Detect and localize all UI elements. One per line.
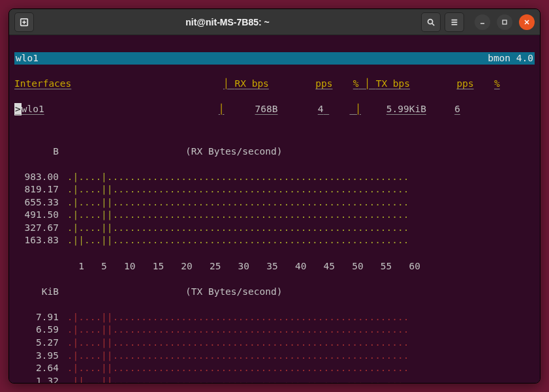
interface-row[interactable]: >wlo1│768B4 │5.99KiB6 xyxy=(14,103,535,116)
selected-interface: wlo1 xyxy=(16,52,39,65)
row-tx-pps: 6 xyxy=(426,103,460,116)
chart-row-data: .|....||................................… xyxy=(61,362,535,375)
search-button[interactable] xyxy=(421,12,441,32)
svg-rect-9 xyxy=(503,20,507,24)
chart-row-data: .|....||................................… xyxy=(61,222,535,235)
chart-row-data: .|....||................................… xyxy=(61,324,535,337)
tx-chart: 7.91 .|....||...........................… xyxy=(14,311,535,384)
rx-title: (RX Bytes/second) xyxy=(61,145,282,158)
chart-row-data: .|....||................................… xyxy=(61,337,535,350)
row-rx-pps: 4 xyxy=(277,103,323,116)
y-label: 655.33 xyxy=(14,196,61,209)
hdr-tx-pct: % xyxy=(474,78,500,91)
bmon-output: wlo1bmon 4.0 Interfaces│ RX bpspps% │ TX… xyxy=(14,39,535,384)
hdr-tx-bps: TX bps xyxy=(376,78,428,91)
chart-row-data: .||...||................................… xyxy=(61,234,535,247)
app-version: bmon 4.0 xyxy=(488,52,533,65)
tx-title: (TX Bytes/second) xyxy=(61,286,282,299)
hdr-interfaces: Interfaces xyxy=(14,78,223,91)
y-label: 327.67 xyxy=(14,222,61,235)
window-title: nit@nit-MS-7B85: ~ xyxy=(185,17,269,27)
hdr-tx-pps: pps xyxy=(428,78,474,91)
chart-row-data: .|....|.................................… xyxy=(61,171,535,184)
y-label: 2.64 xyxy=(14,362,61,375)
close-button[interactable] xyxy=(519,14,535,30)
chart-row-data: .|....||................................… xyxy=(61,196,535,209)
hdr-rx-pps: pps xyxy=(287,78,332,91)
chart-row-data: .||...||................................… xyxy=(61,375,535,384)
column-headers: Interfaces│ RX bpspps% │ TX bpspps% xyxy=(14,78,535,91)
minimize-button[interactable] xyxy=(475,14,490,30)
y-label: 1.32 xyxy=(14,375,61,384)
y-label: 491.50 xyxy=(14,209,61,222)
hdr-rx-pct: % xyxy=(332,78,358,91)
row-marker: > xyxy=(14,103,22,116)
rx-unit: B xyxy=(14,145,61,158)
y-label: 163.83 xyxy=(14,234,61,247)
y-label: 819.17 xyxy=(14,183,61,196)
titlebar: nit@nit-MS-7B85: ~ xyxy=(9,9,540,35)
terminal-window: nit@nit-MS-7B85: ~ wlo1bmon 4.0 Interfac… xyxy=(8,8,541,384)
chart-row-data: .|....||................................… xyxy=(61,311,535,324)
bmon-topbar: wlo1bmon 4.0 xyxy=(14,52,535,65)
y-label: 7.91 xyxy=(14,311,61,324)
y-label: 5.27 xyxy=(14,337,61,350)
y-label: 3.95 xyxy=(14,350,61,363)
svg-point-3 xyxy=(428,19,433,23)
y-label: 6.59 xyxy=(14,324,61,337)
new-tab-button[interactable] xyxy=(14,12,34,32)
maximize-button[interactable] xyxy=(497,14,512,30)
menu-button[interactable] xyxy=(445,12,464,32)
tx-unit: KiB xyxy=(14,286,61,299)
rx-xticks: 1 5 10 15 20 25 30 35 40 45 50 55 60 xyxy=(14,260,535,273)
row-rx-bps: 768B xyxy=(224,103,277,116)
y-label: 983.00 xyxy=(14,171,61,184)
chart-row-data: .|....||................................… xyxy=(61,350,535,363)
chart-row-data: .|....||................................… xyxy=(61,183,535,196)
row-tx-bps: 5.99KiB xyxy=(361,103,426,116)
hdr-rx-bps: RX bps xyxy=(234,78,287,91)
svg-line-4 xyxy=(432,23,435,25)
row-name: wlo1 xyxy=(22,103,219,116)
terminal-viewport[interactable]: wlo1bmon 4.0 Interfaces│ RX bpspps% │ TX… xyxy=(9,35,540,383)
rx-chart: 983.00 .|....|..........................… xyxy=(14,171,535,247)
chart-row-data: .|....||................................… xyxy=(61,209,535,222)
